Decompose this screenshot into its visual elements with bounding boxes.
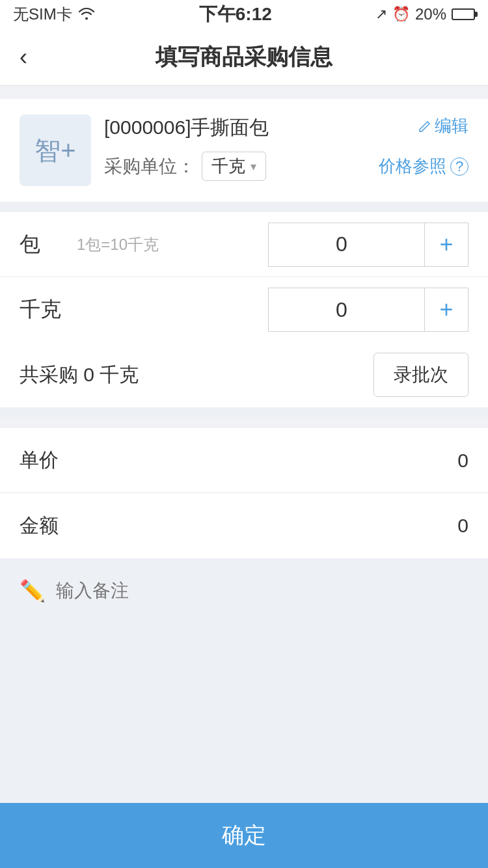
note-input[interactable] [56,580,468,601]
kg-input-control: + [268,288,468,332]
kg-quantity-input[interactable] [268,288,424,332]
page-title: 填写商品采购信息 [156,42,332,72]
product-card: 智+ [0000006]手撕面包 编辑 采购单位： 千克 ▾ 价格参照 ? [0,99,488,202]
product-thumb-text: 智+ [34,133,75,169]
carrier-label: 无SIM卡 [13,4,72,25]
product-name: [0000006]手撕面包 [104,115,269,141]
summary-text: 共采购 0 千克 [20,362,139,388]
status-bar: 无SIM卡 下午6:12 ↗ ⏰ 20% [0,0,488,29]
amount-label: 金额 [20,513,59,539]
status-time: 下午6:12 [199,2,272,27]
status-left: 无SIM卡 [13,4,96,25]
pack-input-control: + [268,223,468,267]
nav-bar: ‹ 填写商品采购信息 [0,29,488,86]
amount-value: 0 [457,515,468,537]
note-section: ✏️ [0,558,488,623]
battery-percent: 20% [415,5,446,23]
pack-quantity-input[interactable] [268,223,424,267]
confirm-button[interactable]: 确定 [0,803,488,868]
kg-label: 千克 [20,295,72,324]
edit-button[interactable]: 编辑 [418,115,468,137]
kg-plus-button[interactable]: + [424,288,468,332]
input-section: 包 1包=10千克 + 千克 + [0,212,488,342]
unit-price-row: 单价 0 [0,428,488,493]
unit-select[interactable]: 千克 ▾ [202,152,266,181]
battery-icon [452,8,475,20]
kg-row: 千克 + [0,277,488,342]
pack-row: 包 1包=10千克 + [0,212,488,277]
unit-label: 采购单位： [104,154,195,179]
pack-label: 包 [20,230,72,259]
chevron-down-icon: ▾ [251,159,256,174]
amount-row: 金额 0 [0,493,488,558]
pack-plus-button[interactable]: + [424,223,468,267]
alarm-icon: ⏰ [392,6,410,23]
wifi-icon [77,5,96,23]
unit-price-label: 单价 [20,447,59,474]
status-right: ↗ ⏰ 20% [375,5,475,23]
product-thumbnail: 智+ [20,115,91,186]
help-icon: ? [450,157,468,176]
record-batch-button[interactable]: 录批次 [373,353,468,397]
pack-sublabel: 1包=10千克 [77,234,268,255]
pencil-icon: ✏️ [20,578,46,603]
section-divider-2 [0,407,488,418]
price-section: 单价 0 金额 0 [0,428,488,558]
summary-section: 共采购 0 千克 录批次 [0,342,488,407]
back-button[interactable]: ‹ [20,44,27,71]
product-info: [0000006]手撕面包 编辑 采购单位： 千克 ▾ 价格参照 ? [104,115,468,181]
section-divider-1 [0,202,488,212]
unit-price-value: 0 [457,450,468,472]
location-icon: ↗ [375,6,387,23]
price-ref-button[interactable]: 价格参照 ? [379,155,468,178]
